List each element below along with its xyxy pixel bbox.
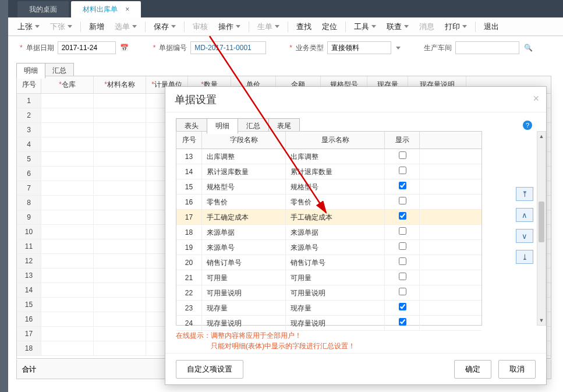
show-checkbox[interactable]: [399, 212, 406, 220]
display-name-cell[interactable]: 来源单号: [286, 240, 385, 255]
mtab-detail[interactable]: 明细: [207, 118, 238, 134]
show-checkbox[interactable]: [399, 242, 406, 250]
table-row[interactable]: 18来源单据来源单据: [176, 225, 481, 240]
show-checkbox-cell[interactable]: [385, 240, 420, 255]
show-checkbox-cell[interactable]: [385, 210, 420, 225]
field-name-cell[interactable]: 手工确定成本: [202, 210, 286, 225]
mcol-seq: 序号: [176, 132, 202, 149]
field-name-cell[interactable]: 来源单据: [202, 225, 286, 240]
tab-detail[interactable]: 明细: [16, 63, 45, 79]
mcol-display: 显示名称: [286, 132, 385, 149]
display-name-cell[interactable]: 现存量说明: [286, 316, 385, 331]
show-checkbox[interactable]: [399, 318, 406, 326]
modal-title: 单据设置: [175, 93, 217, 107]
show-checkbox[interactable]: [399, 288, 406, 295]
scroll-thumb[interactable]: [539, 202, 544, 242]
row-seq: 19: [176, 240, 202, 255]
field-name-cell[interactable]: 可用量说明: [202, 285, 286, 301]
custom-fields-button[interactable]: 自定义项设置: [176, 360, 243, 379]
display-name-cell[interactable]: 出库调整: [286, 149, 385, 164]
table-row[interactable]: 19来源单号来源单号: [176, 240, 481, 255]
table-row[interactable]: 20销售订单号销售订单号: [176, 255, 481, 270]
modal-footer: 自定义项设置 确定 取消: [165, 353, 546, 384]
table-row[interactable]: 13出库调整出库调整: [176, 149, 481, 164]
scroll-down-icon[interactable]: ▼: [537, 316, 546, 325]
field-name-cell[interactable]: 规格型号: [202, 179, 286, 195]
modal-grid-body: 13出库调整出库调整14累计退库数量累计退库数量15规格型号规格型号16零售价零…: [176, 149, 481, 331]
modal-grid: 序号 字段名称 显示名称 显示 13出库调整出库调整14累计退库数量累计退库数量…: [176, 131, 482, 326]
display-name-cell[interactable]: 可用量: [286, 270, 385, 285]
table-row[interactable]: 23现存量现存量: [176, 301, 481, 316]
tip-line-2: 只能对明细(表体)中显示的字段进行汇总设置！: [176, 341, 355, 351]
show-checkbox[interactable]: [399, 273, 406, 280]
row-seq: 17: [176, 210, 202, 225]
row-seq: 23: [176, 301, 202, 316]
show-checkbox[interactable]: [399, 227, 406, 235]
display-name-cell[interactable]: 可用量说明: [286, 285, 385, 301]
move-bottom-button[interactable]: ⤓: [516, 250, 533, 264]
display-name-cell[interactable]: 手工确定成本: [286, 210, 385, 225]
mcol-show: 显示: [385, 132, 420, 149]
field-name-cell[interactable]: 零售价: [202, 195, 286, 210]
table-row[interactable]: 14累计退库数量累计退库数量: [176, 164, 481, 179]
display-name-cell[interactable]: 规格型号: [286, 179, 385, 195]
tips: 在线提示：调整内容将应用于全部用户！ 只能对明细(表体)中显示的字段进行汇总设置…: [176, 330, 355, 351]
row-seq: 20: [176, 255, 202, 270]
show-checkbox[interactable]: [399, 151, 406, 159]
show-checkbox-cell[interactable]: [385, 270, 420, 285]
show-checkbox-cell[interactable]: [385, 285, 420, 301]
display-name-cell[interactable]: 现存量: [286, 301, 385, 316]
row-seq: 15: [176, 179, 202, 195]
display-name-cell[interactable]: 来源单据: [286, 225, 385, 240]
show-checkbox[interactable]: [399, 257, 406, 265]
show-checkbox-cell[interactable]: [385, 179, 420, 195]
table-row[interactable]: 24现存量说明现存量说明: [176, 316, 481, 331]
tip-line-1: 在线提示：调整内容将应用于全部用户！: [176, 330, 355, 341]
field-name-cell[interactable]: 可用量: [202, 270, 286, 285]
move-up-button[interactable]: ∧: [516, 208, 533, 222]
scroll-up-icon[interactable]: ▲: [537, 132, 546, 141]
show-checkbox-cell[interactable]: [385, 255, 420, 270]
table-row[interactable]: 17手工确定成本手工确定成本: [176, 210, 481, 225]
field-name-cell[interactable]: 现存量说明: [202, 316, 286, 331]
scrollbar[interactable]: ▲ ▼: [537, 131, 546, 326]
field-name-cell[interactable]: 累计退库数量: [202, 164, 286, 179]
table-row[interactable]: 21可用量可用量: [176, 270, 481, 285]
modal-mask: 单据设置 × ? 表头 明细 汇总 表尾 序号 字段名称 显示名称 显示 13出…: [0, 0, 563, 392]
field-name-cell[interactable]: 来源单号: [202, 240, 286, 255]
show-checkbox-cell[interactable]: [385, 301, 420, 316]
display-name-cell[interactable]: 累计退库数量: [286, 164, 385, 179]
show-checkbox[interactable]: [399, 182, 406, 189]
show-checkbox-cell[interactable]: [385, 164, 420, 179]
display-name-cell[interactable]: 零售价: [286, 195, 385, 210]
field-name-cell[interactable]: 现存量: [202, 301, 286, 316]
field-name-cell[interactable]: 销售订单号: [202, 255, 286, 270]
table-row[interactable]: 15规格型号规格型号: [176, 179, 481, 195]
modal-grid-header: 序号 字段名称 显示名称 显示: [176, 132, 481, 149]
table-row[interactable]: 16零售价零售价: [176, 195, 481, 210]
cancel-button[interactable]: 取消: [498, 360, 536, 379]
show-checkbox-cell[interactable]: [385, 316, 420, 331]
field-name-cell[interactable]: 出库调整: [202, 149, 286, 164]
table-row[interactable]: 22可用量说明可用量说明: [176, 285, 481, 301]
display-name-cell[interactable]: 销售订单号: [286, 255, 385, 270]
show-checkbox[interactable]: [399, 197, 406, 204]
row-seq: 16: [176, 195, 202, 210]
ok-button[interactable]: 确定: [454, 360, 491, 379]
settings-modal: 单据设置 × ? 表头 明细 汇总 表尾 序号 字段名称 显示名称 显示 13出…: [165, 86, 547, 385]
help-icon[interactable]: ?: [523, 121, 532, 130]
show-checkbox[interactable]: [399, 167, 406, 174]
show-checkbox-cell[interactable]: [385, 225, 420, 240]
reorder-buttons: ⤒ ∧ ∨ ⤓: [516, 187, 533, 264]
mcol-field: 字段名称: [202, 132, 286, 149]
show-checkbox-cell[interactable]: [385, 195, 420, 210]
move-down-button[interactable]: ∨: [516, 229, 533, 243]
modal-header: 单据设置 ×: [165, 87, 546, 112]
row-seq: 18: [176, 225, 202, 240]
row-seq: 21: [176, 270, 202, 285]
show-checkbox[interactable]: [399, 303, 406, 310]
move-top-button[interactable]: ⤒: [516, 187, 533, 201]
close-icon[interactable]: ×: [533, 93, 539, 105]
show-checkbox-cell[interactable]: [385, 149, 420, 164]
row-seq: 13: [176, 149, 202, 164]
